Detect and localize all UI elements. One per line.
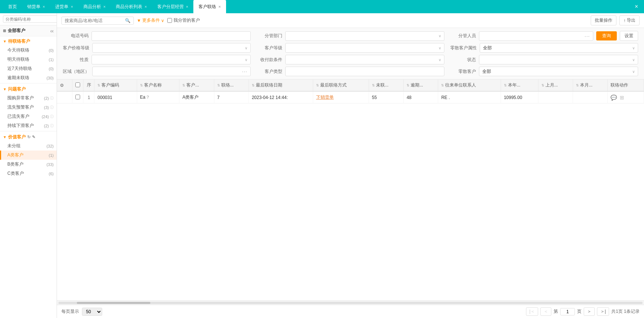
horizontal-scrollbar[interactable] [57, 300, 644, 305]
sidebar-item-hoarding-abnormal[interactable]: 囤购异常客户 (2) ⓘ [0, 93, 57, 103]
sidebar-item-declining[interactable]: 持续下滑客户 (2) ⓘ [0, 121, 57, 130]
status-select[interactable]: ∨ [479, 55, 638, 64]
row-checkbox[interactable] [75, 95, 80, 99]
prev-page-button[interactable]: ＜ [540, 307, 551, 316]
filter-row-status: 状态 ∨ [450, 55, 638, 64]
edit-icon[interactable]: ✎ [32, 135, 35, 139]
nav-sales-order[interactable]: 销货单 × [22, 0, 50, 13]
sidebar-item-ungrouped[interactable]: 未分组 (32) [0, 141, 57, 151]
close-sales-order[interactable]: × [43, 4, 45, 9]
row-last-contact-method[interactable]: 下销货单 [313, 91, 369, 103]
filter-search-input[interactable] [65, 18, 124, 23]
export-button[interactable]: ↑ 导出 [619, 15, 640, 25]
nav-customer-contact[interactable]: 客户联络 × [193, 0, 226, 13]
nav-purchase-order[interactable]: 进货单 × [50, 0, 78, 13]
qrcode-icon[interactable]: ⊞ [620, 95, 624, 100]
close-product-analysis[interactable]: × [103, 4, 105, 9]
filter-row-customer-level: 客户等级 ∨ [257, 43, 444, 53]
all-customers-header[interactable]: ⊞ 全部客户 ‹‹ [0, 25, 57, 36]
dots-icon-person: ··· [584, 33, 590, 39]
col-contacts-person[interactable]: ⇅往来单位联系人 [438, 80, 501, 91]
filter-search-box[interactable]: 🔍 [61, 17, 134, 25]
total-records: 共1页 1条记录 [611, 308, 640, 315]
row-gear-cell [57, 91, 72, 103]
col-customer-code[interactable]: ⇅客户编码 [94, 80, 137, 91]
query-button[interactable]: 查询 [596, 31, 617, 40]
col-select-all[interactable] [72, 80, 83, 91]
batch-operation-button[interactable]: 批量操作 [591, 15, 616, 25]
page-size-select[interactable]: 50 100 200 [82, 308, 102, 316]
region-control[interactable]: ··· [92, 67, 251, 76]
arrow-down-icon-2: ▼ [3, 87, 7, 91]
last-page-button[interactable]: ＞| [597, 307, 609, 316]
info-icon-2: ⓘ [50, 105, 54, 110]
col-last-contact-method[interactable]: ⇅最后联络方式 [313, 80, 369, 91]
scattered-attr-select[interactable]: 全部∨ [480, 43, 638, 53]
row-name[interactable]: Ea？ [137, 91, 179, 103]
scroll-thumb[interactable] [77, 302, 150, 304]
nav-customer-tier[interactable]: 客户分层经营 × [152, 0, 193, 13]
sidebar-item-today-contact[interactable]: 今天待联络 (0) [0, 46, 57, 55]
nav-product-analysis-list[interactable]: 商品分析列表 × [111, 0, 152, 13]
sort-icon-person: ⇅ [441, 84, 444, 87]
comment-icon[interactable]: 💬 [611, 95, 617, 100]
nav-home[interactable]: 首页 [3, 0, 22, 13]
filter-my-customers-checkbox[interactable]: 我分管的客户 [167, 17, 200, 24]
close-all-tabs[interactable]: × [632, 3, 641, 10]
col-contact-count[interactable]: ⇅联络... [214, 80, 248, 91]
sidebar-divider-2 [0, 131, 57, 131]
close-customer-contact[interactable]: × [218, 4, 221, 9]
sidebar-item-7day-contact[interactable]: 近7天待联络 (0) [0, 64, 57, 73]
close-customer-tier[interactable]: × [186, 4, 188, 9]
col-customer-type[interactable]: ⇅客户... [179, 80, 214, 91]
filter-row-customer-type: 客户类型 [257, 67, 444, 76]
nature-select[interactable]: ∨ [92, 55, 251, 64]
first-page-button[interactable]: |＜ [526, 307, 538, 316]
col-no-contact[interactable]: ⇅未联... [369, 80, 403, 91]
payment-select[interactable]: ∨ [285, 55, 444, 64]
close-purchase-order[interactable]: × [71, 4, 73, 9]
filter-icon: ▼ [137, 18, 141, 23]
dept-select-control[interactable]: ∨ [285, 31, 444, 41]
col-settings[interactable]: ⚙ [57, 80, 72, 91]
col-this-month[interactable]: ⇅本月... [573, 80, 607, 91]
scattered-select[interactable]: 全部∨ [479, 67, 638, 76]
customer-type-control[interactable] [285, 67, 444, 76]
col-last-month[interactable]: ⇅上月... [538, 80, 573, 91]
sidebar-item-class-b[interactable]: B类客户 (33) [0, 160, 57, 169]
sidebar-group-pending-contact[interactable]: ▼ 待联络客户 [0, 36, 57, 46]
select-all-checkbox[interactable] [75, 82, 80, 87]
phone-input-control[interactable] [92, 31, 251, 41]
person-control[interactable]: ··· [479, 31, 593, 41]
nav-product-analysis[interactable]: 商品分析 × [78, 0, 111, 13]
filter-more-conditions[interactable]: ▼ 更多条件 ∨ [137, 17, 164, 24]
filter-search-icon[interactable]: 🔍 [125, 18, 130, 23]
sidebar-group-problem-customers[interactable]: ▼ 问题客户 [0, 84, 57, 93]
close-product-analysis-list[interactable]: × [144, 4, 147, 9]
sidebar-collapse-btn[interactable]: ‹‹ [50, 28, 54, 34]
sidebar-group-value-customers[interactable]: ▼ 价值客户 ↻ ✎ [0, 132, 57, 141]
row-this-month [573, 91, 607, 103]
sidebar-item-churn-warning[interactable]: 流失预警客户 (3) ⓘ [0, 103, 57, 112]
setting-button[interactable]: 设置 [620, 31, 638, 41]
col-last-contact-date[interactable]: ⇅最后联络日期 [248, 80, 313, 91]
page-number-input[interactable] [560, 308, 575, 315]
my-customers-checkbox-input[interactable] [167, 18, 172, 23]
sidebar-item-class-a[interactable]: A类客户 (1) [0, 151, 57, 160]
sort-icon-name: ⇅ [140, 84, 143, 87]
refresh-icon[interactable]: ↻ [27, 135, 31, 139]
sidebar-item-churned[interactable]: 已流失客户 (24) ⓘ [0, 112, 57, 121]
customer-level-select[interactable]: ∨ [285, 43, 444, 53]
next-page-button[interactable]: ＞ [584, 307, 595, 316]
sidebar-search-input[interactable] [3, 15, 57, 23]
filter-bar: 🔍 ▼ 更多条件 ∨ 我分管的客户 批量操作 ↑ 导出 [57, 13, 644, 28]
price-level-select[interactable]: ∨ [92, 43, 251, 53]
sidebar-item-class-c[interactable]: C类客户 (6) [0, 169, 57, 178]
col-customer-name[interactable]: ⇅客户名称 [137, 80, 179, 91]
row-code: 000031 [94, 91, 137, 103]
row-checkbox-cell[interactable] [72, 91, 83, 103]
sidebar-item-tomorrow-contact[interactable]: 明天待联络 (1) [0, 55, 57, 64]
col-overdue[interactable]: ⇅逾期... [404, 80, 438, 91]
col-this-year[interactable]: ⇅本年... [501, 80, 538, 91]
sidebar-item-overdue-contact[interactable]: 逾期未联络 (30) [0, 73, 57, 82]
